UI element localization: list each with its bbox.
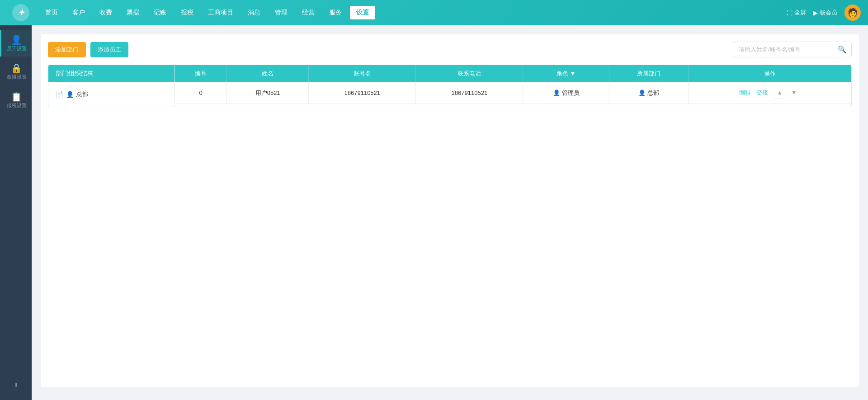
dept-label-headquarters: 总部 (76, 90, 88, 99)
nav-item-manage[interactable]: 管理 (269, 6, 294, 19)
fullscreen-button[interactable]: ⛶ 全屏 (787, 9, 806, 17)
col-header-department: 所属部门 (609, 65, 688, 82)
table-row: 0 用户0521 18679110521 18679110521 👤 管理员 (175, 82, 851, 104)
cell-actions: 编辑 交接 ▲ ▼ (688, 82, 851, 104)
fullscreen-icon: ⛶ (787, 9, 793, 16)
nav-item-bookkeeping[interactable]: 记账 (147, 6, 173, 19)
file-icon: 📄 (56, 91, 63, 98)
sidebar-item-tax-settings[interactable]: 📋 报税设置 (0, 87, 32, 113)
member-label: 畅会员 (820, 9, 837, 17)
sidebar-item-employee[interactable]: 👤 员工设置 (0, 30, 32, 56)
scroll-down-arrow[interactable]: ▼ (788, 87, 800, 99)
employee-table-wrapper: 编号 姓名 账号名 联系电话 角色 ▼ 所属部门 操作 (175, 65, 851, 107)
nav-item-business[interactable]: 工商项目 (202, 6, 240, 19)
nav-item-customer[interactable]: 客户 (66, 6, 91, 19)
sidebar: 👤 员工设置 🔒 权限设置 📋 报税设置 ⬇ (0, 25, 32, 400)
content-wrapper: 添加部门 添加员工 🔍 部门组织结构 📄 👤 总部 (41, 34, 859, 387)
sidebar-label-permission: 权限设置 (7, 75, 27, 80)
employee-icon: 👤 (11, 35, 22, 44)
sidebar-item-permission[interactable]: 🔒 权限设置 (0, 58, 32, 85)
scroll-up-arrow[interactable]: ▲ (774, 87, 786, 99)
role-badge: 👤 管理员 (553, 89, 580, 97)
search-bar: 🔍 (733, 42, 852, 57)
sidebar-label-tax-settings: 报税设置 (7, 103, 27, 108)
add-department-button[interactable]: 添加部门 (48, 42, 86, 57)
nav-item-settings[interactable]: 设置 (350, 6, 375, 19)
employee-table: 编号 姓名 账号名 联系电话 角色 ▼ 所属部门 操作 (175, 65, 851, 104)
role-person-icon: 👤 (553, 89, 560, 96)
toolbar: 添加部门 添加员工 🔍 (48, 42, 852, 57)
search-button[interactable]: 🔍 (833, 42, 851, 57)
sidebar-bottom: ⬇ (0, 378, 32, 400)
col-header-account: 账号名 (309, 65, 416, 82)
role-header-text: 角色 ▼ (557, 70, 576, 77)
nav-item-operation[interactable]: 经营 (296, 6, 321, 19)
dept-badge: 👤 总部 (638, 89, 659, 97)
person-icon: 👤 (66, 91, 74, 98)
cell-phone: 18679110521 (416, 82, 523, 104)
logo-icon: ✦ (12, 4, 29, 21)
col-header-role[interactable]: 角色 ▼ (523, 65, 609, 82)
download-icon: ⬇ (14, 382, 18, 388)
nav-menu: 首页 客户 收费 票据 记账 报税 工商项目 消息 管理 经营 服务 设置 (39, 6, 787, 19)
avatar[interactable]: 🧑 (844, 5, 861, 21)
member-icon: ▶ (813, 9, 818, 16)
search-input[interactable] (733, 43, 833, 56)
dept-tree-body: 📄 👤 总部 (48, 82, 175, 107)
nav-item-service[interactable]: 服务 (323, 6, 348, 19)
top-navigation: ✦ 首页 客户 收费 票据 记账 报税 工商项目 消息 管理 经营 服务 设置 … (0, 0, 868, 25)
dept-label: 总部 (647, 89, 659, 97)
search-icon: 🔍 (838, 46, 847, 53)
cell-department: 👤 总部 (609, 82, 688, 104)
nav-item-home[interactable]: 首页 (39, 6, 64, 19)
dept-person-icon: 👤 (638, 89, 646, 96)
tax-settings-icon: 📋 (11, 92, 22, 101)
role-label: 管理员 (562, 89, 580, 97)
col-header-actions: 操作 (688, 65, 851, 82)
cell-name: 用户0521 (227, 82, 309, 104)
fullscreen-label: 全屏 (794, 9, 806, 17)
cell-account: 18679110521 (309, 82, 416, 104)
dept-tree-item-headquarters[interactable]: 📄 👤 总部 (48, 87, 175, 102)
edit-link[interactable]: 编辑 (739, 89, 751, 96)
sidebar-download[interactable]: ⬇ (0, 378, 32, 393)
dept-tree-header: 部门组织结构 (48, 65, 175, 82)
member-button[interactable]: ▶ 畅会员 (813, 9, 837, 17)
nav-right: ⛶ 全屏 ▶ 畅会员 🧑 (787, 5, 861, 21)
col-header-id: 编号 (175, 65, 227, 82)
nav-item-tax[interactable]: 报税 (175, 6, 200, 19)
table-header-row: 编号 姓名 账号名 联系电话 角色 ▼ 所属部门 操作 (175, 65, 851, 82)
nav-item-invoice[interactable]: 票据 (120, 6, 146, 19)
cell-id: 0 (175, 82, 227, 104)
cell-role: 👤 管理员 (523, 82, 609, 104)
nav-item-message[interactable]: 消息 (241, 6, 267, 19)
col-header-phone: 联系电话 (416, 65, 523, 82)
logo: ✦ (7, 4, 34, 21)
table-layout: 部门组织结构 📄 👤 总部 编号 姓名 (48, 65, 852, 107)
lock-icon: 🔒 (11, 64, 22, 73)
sidebar-label-employee: 员工设置 (7, 46, 27, 51)
add-employee-button[interactable]: 添加员工 (90, 42, 128, 57)
dept-tree: 部门组织结构 📄 👤 总部 (48, 65, 175, 107)
col-header-name: 姓名 (227, 65, 309, 82)
transfer-link[interactable]: 交接 (756, 89, 768, 96)
dept-tree-title: 部门组织结构 (56, 70, 94, 77)
main-content: 添加部门 添加员工 🔍 部门组织结构 📄 👤 总部 (32, 25, 868, 400)
nav-item-fee[interactable]: 收费 (93, 6, 118, 19)
